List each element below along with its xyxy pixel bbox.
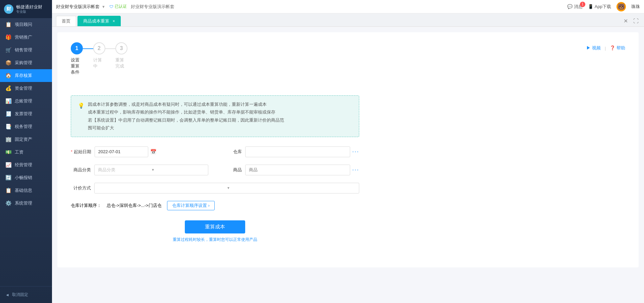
sidebar-item-salary[interactable]: 💵工资	[0, 146, 52, 159]
step-3: 3 重算完成	[115, 42, 127, 69]
topbar-right: 💬 消息 1 📱 App下载 🐻 珠珠	[567, 2, 640, 11]
sidebar-item-sales[interactable]: 🛒销售管理	[0, 44, 52, 56]
help-link[interactable]: ❓ 帮助	[610, 45, 625, 51]
sidebar-item-label-inventory: 库存核算	[15, 73, 32, 79]
form-row-2: 商品分类 商品分类 ▼ 商品 ···	[71, 165, 359, 175]
sidebar-item-fixed[interactable]: 🏢固定资产	[0, 133, 52, 146]
product-input-wrap: ···	[245, 165, 359, 175]
accounting-icon: 📊	[5, 98, 11, 104]
stepper-section: 1 设置重算条件 2 计算中 3 重算完成 ▶ 视频	[71, 42, 625, 85]
chevron-right-icon: ›	[208, 203, 210, 208]
sidebar-logo: 财 畅捷通好业财 专业版	[0, 0, 52, 18]
pricing-chevron-icon: ▼	[227, 186, 356, 190]
sidebar-item-invoice[interactable]: 🧾发票管理	[0, 107, 52, 120]
arrow-left-icon: ◄	[5, 293, 9, 297]
user-name: 珠珠	[631, 4, 640, 10]
sidebar-item-label-finance: 资金管理	[15, 85, 32, 91]
product-more-icon[interactable]: ···	[352, 166, 359, 173]
step-3-circle: 3	[115, 42, 127, 54]
sidebar-item-basic[interactable]: 📋基础信息	[0, 184, 52, 197]
video-link[interactable]: ▶ 视频	[586, 45, 601, 51]
account-selector[interactable]: 好业财专业版演示帐套 ▼	[56, 4, 105, 10]
basic-icon: 📋	[5, 187, 11, 193]
app-download-action[interactable]: 📱 App下载	[588, 4, 611, 10]
category-select[interactable]: 商品分类 ▼	[94, 165, 208, 175]
sidebar-item-marketing[interactable]: 🎁营销推广	[0, 31, 52, 44]
warehouse-input-wrap: ···	[245, 146, 359, 157]
topbar: 好业财专业版演示帐套 ▼ 🛡 已认证 好业财专业版演示帐套 💬 消息 1 📱 A…	[52, 0, 644, 13]
invoice-icon: 🧾	[5, 111, 11, 117]
start-date-label: 起始日期	[71, 149, 91, 155]
form-row-1: 起始日期 📅 仓库 ···	[71, 146, 359, 157]
category-chevron-icon: ▼	[151, 168, 205, 172]
sidebar-item-purchase[interactable]: 📦采购管理	[0, 56, 52, 69]
sidebar-item-expense[interactable]: 🔄小畅报销	[0, 171, 52, 184]
step-2-label: 计算中	[93, 57, 105, 69]
sidebar-bottom: ◄ 取消固定	[0, 286, 52, 303]
marketing-icon: 🎁	[5, 34, 11, 40]
tax-icon: 📑	[5, 124, 11, 130]
calc-order-label: 仓库计算顺序：	[71, 203, 101, 209]
sidebar-item-label-invoice: 发票管理	[15, 111, 32, 117]
form-section: 起始日期 📅 仓库 ···	[71, 146, 359, 243]
account-name: 好业财专业版演示帐套	[56, 4, 100, 10]
tab-cost-recalc[interactable]: 商品成本重算 ×	[77, 16, 121, 26]
sidebar-item-label-sales: 销售管理	[15, 47, 32, 53]
calc-order-value: 总仓->深圳仓库->...->门店仓	[107, 203, 162, 209]
sidebar-item-label-accounting: 总账管理	[15, 98, 32, 104]
sidebar-item-tax[interactable]: 📑税务管理	[0, 120, 52, 133]
calc-order-row: 仓库计算顺序： 总仓->深圳仓库->...->门店仓 仓库计算顺序设置 ›	[71, 201, 359, 210]
lightbulb-icon: 💡	[78, 101, 85, 132]
product-input[interactable]	[245, 165, 350, 175]
purchase-icon: 📦	[5, 60, 11, 66]
tab-home[interactable]: 首页	[56, 16, 76, 26]
calendar-icon[interactable]: 📅	[150, 149, 157, 155]
start-date-input-wrap: 📅	[95, 146, 208, 157]
phone-icon: 📱	[588, 4, 593, 9]
stepper: 1 设置重算条件 2 计算中 3 重算完成	[71, 42, 127, 75]
main-area: 好业财专业版演示帐套 ▼ 🛡 已认证 好业财专业版演示帐套 💬 消息 1 📱 A…	[52, 0, 644, 303]
sidebar-item-operation[interactable]: 📈经营管理	[0, 159, 52, 171]
start-date-input[interactable]	[95, 146, 148, 157]
sidebar-item-inventory[interactable]: 🏠库存核算	[0, 69, 52, 82]
message-icon: 💬	[567, 4, 573, 9]
expand-window-button[interactable]: ⛶	[632, 17, 640, 25]
sidebar-item-label-basic: 基础信息	[15, 187, 32, 193]
warehouse-more-icon[interactable]: ···	[352, 148, 359, 155]
product-label: 商品	[222, 167, 242, 173]
sidebar-item-label-expense: 小畅报销	[15, 175, 32, 181]
recalc-button[interactable]: 重算成本	[185, 220, 245, 233]
sidebar-unpin[interactable]: ◄ 取消固定	[0, 289, 52, 300]
company-name: 好业财专业版演示帐套	[131, 4, 174, 10]
stepper-help: ▶ 视频 | ❓ 帮助	[586, 42, 625, 51]
category-placeholder: 商品分类	[98, 167, 151, 173]
sidebar-item-label-tax: 税务管理	[15, 124, 32, 130]
step-3-label: 重算完成	[115, 57, 127, 69]
pricing-select[interactable]: ▼	[94, 183, 359, 193]
finance-icon: 💰	[5, 85, 11, 91]
sidebar-item-project[interactable]: 📋项目顾问	[0, 18, 52, 31]
content-card: 1 设置重算条件 2 计算中 3 重算完成 ▶ 视频	[57, 32, 639, 267]
sidebar-item-accounting[interactable]: 📊总账管理	[0, 95, 52, 107]
sidebar-nav: 📋项目顾问🎁营销推广🛒销售管理📦采购管理🏠库存核算💰资金管理📊总账管理🧾发票管理…	[0, 18, 52, 286]
message-action[interactable]: 💬 消息 1	[567, 4, 583, 10]
sidebar-item-label-purchase: 采购管理	[15, 60, 32, 66]
inventory-icon: 🏠	[5, 73, 11, 79]
sidebar-item-label-system: 系统管理	[15, 200, 32, 206]
sidebar-item-finance[interactable]: 💰资金管理	[0, 82, 52, 95]
close-window-button[interactable]: ✕	[622, 17, 629, 25]
user-avatar[interactable]: 🐻	[616, 2, 626, 11]
tab-close-icon[interactable]: ×	[113, 19, 115, 24]
sidebar: 财 畅捷通好业财 专业版 📋项目顾问🎁营销推广🛒销售管理📦采购管理🏠库存核算💰资…	[0, 0, 52, 303]
recalc-hint: 重算过程耗时较长，重算时您可以正常使用产品	[71, 237, 359, 243]
sidebar-item-system[interactable]: ⚙️系统管理	[0, 197, 52, 210]
verified-badge: 🛡 已认证	[109, 4, 127, 9]
calc-order-settings-button[interactable]: 仓库计算顺序设置 ›	[167, 201, 215, 210]
chevron-down-icon: ▼	[102, 5, 105, 9]
warehouse-input[interactable]	[245, 146, 350, 157]
step-line-2	[105, 48, 116, 49]
sidebar-item-label-salary: 工资	[15, 149, 23, 155]
tabs-right: ✕ ⛶	[622, 17, 640, 26]
logo-text: 畅捷通好业财 专业版	[16, 4, 42, 14]
category-group: 商品分类 商品分类 ▼	[71, 165, 208, 175]
